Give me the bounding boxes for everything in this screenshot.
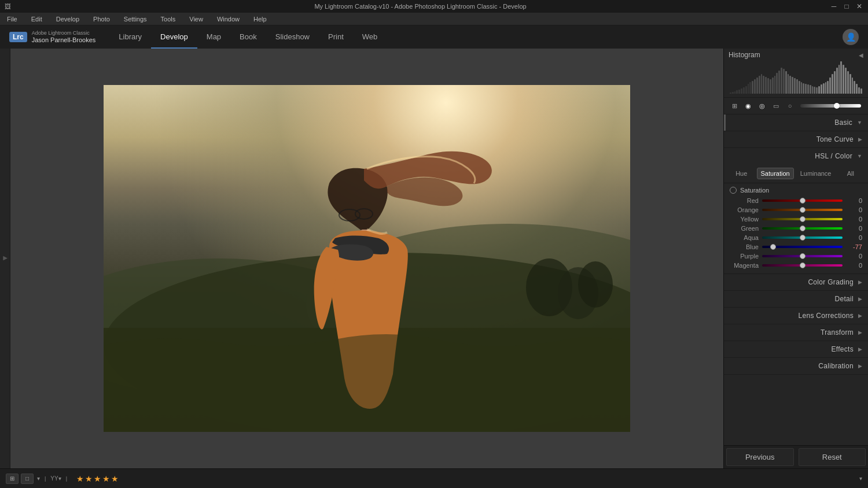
app-info: Adobe Lightroom Classic Jason Parnell-Br… <box>32 30 96 44</box>
left-panel-toggle[interactable]: ◀ <box>0 49 10 468</box>
yy-dropdown[interactable]: YY▾ <box>50 475 61 482</box>
red-slider-thumb[interactable] <box>800 198 806 204</box>
detail-chevron-icon: ▶ <box>858 296 862 302</box>
purple-slider-thumb[interactable] <box>800 253 806 259</box>
menu-view[interactable]: View <box>187 14 205 24</box>
user-profile-icon[interactable]: 👤 <box>843 29 859 45</box>
histogram-bar <box>810 85 811 94</box>
grid-tool-icon[interactable]: ⊞ <box>729 100 740 112</box>
orange-label: Orange <box>730 206 759 213</box>
loupe-view-button[interactable]: □ <box>21 474 34 484</box>
green-slider-thumb[interactable] <box>800 225 806 231</box>
crop-icon[interactable]: ◎ <box>756 100 768 112</box>
tone-curve-section-header[interactable]: Tone Curve ▶ <box>724 131 868 148</box>
lens-corrections-chevron-icon: ▶ <box>858 313 862 319</box>
aqua-slider-thumb[interactable] <box>800 235 806 241</box>
orange-slider[interactable] <box>762 209 843 211</box>
minimize-button[interactable]: ─ <box>830 2 838 10</box>
histogram-expand-icon[interactable]: ◀ <box>859 52 863 58</box>
view-dropdown-icon[interactable]: ▾ <box>37 475 40 482</box>
transform-indicator <box>724 324 726 341</box>
hsl-tab-saturation[interactable]: Saturation <box>757 168 794 179</box>
yellow-slider[interactable] <box>762 218 843 220</box>
histogram-bar <box>825 82 827 94</box>
menu-window[interactable]: Window <box>215 14 242 24</box>
menu-tools[interactable]: Tools <box>159 14 178 24</box>
nav-slideshow[interactable]: Slideshow <box>266 25 319 49</box>
nav-web[interactable]: Web <box>353 25 387 49</box>
nav-print[interactable]: Print <box>319 25 353 49</box>
transform-section-header[interactable]: Transform ▶ <box>724 324 868 341</box>
green-slider[interactable] <box>762 227 843 230</box>
purple-slider[interactable] <box>762 255 843 257</box>
saturation-title-row: Saturation <box>724 183 868 196</box>
grid-view-button[interactable]: ⊞ <box>6 474 19 484</box>
nav-book[interactable]: Book <box>230 25 266 49</box>
circle-dot-icon[interactable]: ◉ <box>742 100 754 112</box>
reset-button[interactable]: Reset <box>799 448 866 466</box>
menu-photo[interactable]: Photo <box>91 14 112 24</box>
orange-slider-thumb[interactable] <box>800 207 806 213</box>
red-saturation-row: Red 0 <box>724 196 868 205</box>
histogram-bar <box>774 76 776 94</box>
red-slider[interactable] <box>762 199 843 202</box>
hsl-section-header[interactable]: HSL / Color ▼ <box>724 148 868 164</box>
nav-library[interactable]: Library <box>109 25 151 49</box>
menu-file[interactable]: File <box>5 14 20 24</box>
brightness-slider[interactable] <box>800 104 861 108</box>
basic-section-header[interactable]: Basic ▼ <box>724 114 868 131</box>
hsl-tab-all[interactable]: All <box>838 168 864 179</box>
blue-slider[interactable] <box>762 246 843 248</box>
star-3[interactable]: ★ <box>94 474 101 483</box>
yellow-slider-thumb[interactable] <box>800 216 806 222</box>
right-panel: Histogram ◀ ⊞ ◉ ◎ ▭ ○ Ba <box>723 49 868 468</box>
magenta-slider[interactable] <box>762 264 843 267</box>
star-4[interactable]: ★ <box>102 474 110 483</box>
detail-section-header[interactable]: Detail ▶ <box>724 291 868 308</box>
histogram-bar <box>852 77 854 94</box>
orange-value: 0 <box>846 206 862 213</box>
right-panel-scroll[interactable]: Histogram ◀ ⊞ ◉ ◎ ▭ ○ Ba <box>724 49 868 445</box>
calibration-section-header[interactable]: Calibration ▶ <box>724 358 868 375</box>
green-saturation-row: Green 0 <box>724 224 868 233</box>
star-1[interactable]: ★ <box>76 474 84 483</box>
menu-edit[interactable]: Edit <box>29 14 45 24</box>
star-5[interactable]: ★ <box>111 474 119 483</box>
histogram-bar <box>818 86 820 94</box>
hsl-indicator <box>724 148 726 164</box>
magenta-slider-thumb[interactable] <box>800 263 806 268</box>
histogram-bar <box>767 78 769 94</box>
lens-corrections-section-header[interactable]: Lens Corrections ▶ <box>724 308 868 324</box>
rating-stars[interactable]: ★ ★ ★ ★ ★ <box>76 474 119 483</box>
effects-section-header[interactable]: Effects ▶ <box>724 341 868 358</box>
histogram-bar <box>805 84 807 94</box>
color-grading-section-header[interactable]: Color Grading ▶ <box>724 274 868 291</box>
histogram-bar <box>858 87 860 94</box>
transform-label: Transform <box>732 328 854 337</box>
histogram-bar <box>860 88 862 94</box>
previous-button[interactable]: Previous <box>726 448 794 466</box>
aqua-slider[interactable] <box>762 236 843 239</box>
menu-develop[interactable]: Develop <box>54 14 82 24</box>
detail-label: Detail <box>732 295 854 303</box>
star-2[interactable]: ★ <box>85 474 93 483</box>
hsl-tab-hue[interactable]: Hue <box>729 168 755 179</box>
aqua-label: Aqua <box>730 234 759 241</box>
brightness-slider-thumb[interactable] <box>834 103 840 109</box>
nav-map[interactable]: Map <box>197 25 230 49</box>
nav-develop[interactable]: Develop <box>151 25 197 49</box>
window-controls[interactable]: ─ □ ✕ <box>830 2 863 10</box>
filmstrip-dropdown[interactable]: ▾ <box>859 475 862 482</box>
maximize-button[interactable]: □ <box>843 2 851 10</box>
blue-slider-thumb[interactable] <box>770 244 776 250</box>
hsl-tab-luminance[interactable]: Luminance <box>796 168 836 179</box>
histogram-bar <box>763 76 764 94</box>
yellow-saturation-row: Yellow 0 <box>724 215 868 224</box>
ring-icon[interactable]: ○ <box>784 100 796 112</box>
menu-help[interactable]: Help <box>251 14 269 24</box>
main-area: ◀ <box>0 49 868 468</box>
saturation-target-icon[interactable] <box>730 187 737 194</box>
menu-settings[interactable]: Settings <box>122 14 149 24</box>
rect-icon[interactable]: ▭ <box>770 100 782 112</box>
close-button[interactable]: ✕ <box>855 2 863 10</box>
